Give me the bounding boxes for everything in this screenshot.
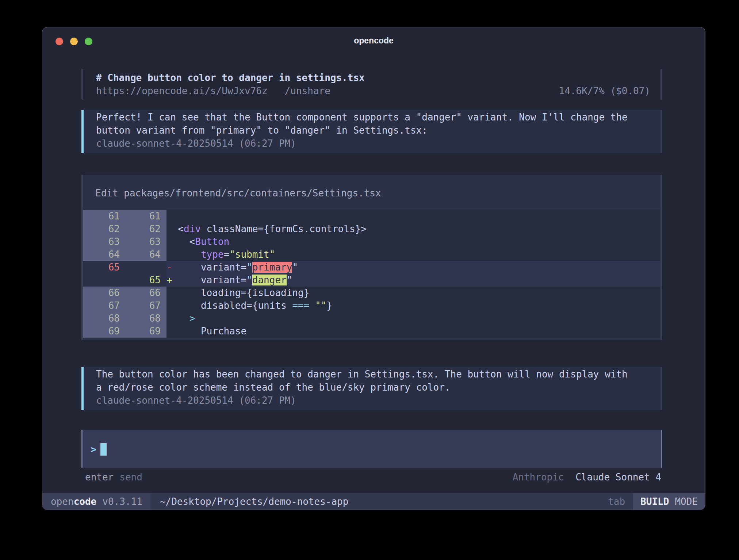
window-title: opencode xyxy=(42,34,705,47)
code-token: } xyxy=(326,300,332,311)
code-token: " xyxy=(246,275,252,285)
code-token xyxy=(166,249,201,260)
diff-old-lineno: 66 xyxy=(83,287,120,299)
working-directory: ~/Desktop/Projects/demo-notes-app xyxy=(160,496,349,507)
diff-row: 6161 xyxy=(83,210,660,223)
code-token: " xyxy=(292,262,298,273)
diff-gutter-pad xyxy=(161,287,166,299)
diff-gutter-pad xyxy=(161,223,166,235)
diff-code-line: - variant="primary" xyxy=(166,261,660,274)
code-token: loading={isLoading} xyxy=(166,287,309,298)
diff-code-line: + variant="danger" xyxy=(166,274,660,287)
diff-row: 6464 type="submit" xyxy=(83,248,660,261)
diff-new-lineno: 66 xyxy=(120,287,161,299)
diff-old-lineno: 61 xyxy=(83,210,120,223)
unshare-command[interactable]: /unshare xyxy=(285,84,330,97)
code-token: = xyxy=(224,249,230,260)
diff-old-lineno: 68 xyxy=(83,312,120,325)
diff-new-lineno: 68 xyxy=(120,312,161,325)
message-text: The button color has been changed to dan… xyxy=(96,368,653,381)
edit-tool-title: Edit packages/frontend/src/containers/Se… xyxy=(83,175,660,210)
diff-old-lineno: 62 xyxy=(83,223,120,235)
status-bar: opencode v0.3.11 ~/Desktop/Projects/demo… xyxy=(42,493,705,510)
diff-old-lineno: 64 xyxy=(83,248,120,261)
titlebar: opencode xyxy=(42,27,705,53)
code-token: primary xyxy=(252,262,292,273)
opencode-window: opencode # Change button color to danger… xyxy=(42,27,705,510)
assistant-message: Perfect! I can see that the Button compo… xyxy=(81,110,662,153)
diff-new-lineno: 67 xyxy=(120,299,161,312)
diff-gutter-pad xyxy=(161,261,166,274)
diff-old-lineno: 65 xyxy=(83,261,120,274)
code-token: variant= xyxy=(172,262,247,273)
diff-gutter-pad xyxy=(161,274,166,287)
diff-row: 6363 <Button xyxy=(83,235,660,248)
diff-row: 6969 Purchase xyxy=(83,325,660,338)
message-model-meta: claude-sonnet-4-20250514 (06:27 PM) xyxy=(96,137,653,150)
diff-code-line xyxy=(166,210,660,223)
diff-new-lineno: 69 xyxy=(120,325,161,338)
input-footer: enter send Anthropic Claude Sonnet 4 xyxy=(81,471,662,484)
diff-code-line: <div className={formCs.controls}> xyxy=(166,223,660,235)
brand-name: open xyxy=(51,496,74,507)
diff-code-line: Purchase xyxy=(166,325,660,338)
diff-new-lineno: 61 xyxy=(120,210,161,223)
diff-gutter-pad xyxy=(161,210,166,223)
prompt-chevron: > xyxy=(91,443,96,456)
mode-segment[interactable]: BUILD MODE xyxy=(633,493,705,510)
code-token: type xyxy=(201,249,224,260)
diff-code-line: type="submit" xyxy=(166,248,660,261)
diff-gutter-pad xyxy=(161,235,166,248)
code-token: disabled={units xyxy=(166,300,292,311)
tab-key-hint: tab xyxy=(608,496,625,507)
diff-gutter-pad xyxy=(161,299,166,312)
mode-label: MODE xyxy=(675,496,698,507)
code-token: " xyxy=(287,275,292,285)
prompt-input[interactable]: > xyxy=(81,430,662,468)
share-url-link[interactable]: https://opencode.ai/s/UwJxv76z xyxy=(96,84,268,97)
diff-row: 6666 loading={isLoading} xyxy=(83,287,660,299)
code-token: - xyxy=(166,262,172,273)
diff-new-lineno: 63 xyxy=(120,235,161,248)
app-version: v0.3.11 xyxy=(102,496,142,507)
token-usage-stats: 14.6K/7% ($0.07) xyxy=(559,84,650,97)
text-cursor xyxy=(100,443,107,456)
diff-code-line: disabled={units === ""} xyxy=(166,299,660,312)
diff-old-lineno xyxy=(83,274,120,287)
diff-row: 6767 disabled={units === ""} xyxy=(83,299,660,312)
code-token: "" xyxy=(315,300,326,311)
code-token: < xyxy=(166,236,195,247)
diff-new-lineno: 65 xyxy=(120,274,161,287)
session-subline: https://opencode.ai/s/UwJxv76z /unshare … xyxy=(96,84,650,97)
enter-key-hint: enter xyxy=(85,471,114,484)
code-token: > xyxy=(189,313,195,324)
diff-row: 65- variant="primary" xyxy=(83,261,660,274)
diff-new-lineno xyxy=(120,261,161,274)
code-token: === xyxy=(292,300,309,311)
code-token: variant= xyxy=(172,275,247,285)
diff-old-lineno: 67 xyxy=(83,299,120,312)
message-text: button variant from "primary" to "danger… xyxy=(96,124,653,137)
code-token: div xyxy=(184,223,201,234)
message-model-meta: claude-sonnet-4-20250514 (06:27 PM) xyxy=(96,394,653,407)
diff-code-line: > xyxy=(166,312,660,325)
diff-row: 65+ variant="danger" xyxy=(83,274,660,287)
diff-gutter-pad xyxy=(161,312,166,325)
diff-new-lineno: 62 xyxy=(120,223,161,235)
mode-name: BUILD xyxy=(640,496,669,507)
diff-old-lineno: 63 xyxy=(83,235,120,248)
diff-new-lineno: 64 xyxy=(120,248,161,261)
provider-label: Anthropic xyxy=(513,472,564,483)
diff-row: 6262 <div className={formCs.controls}> xyxy=(83,223,660,235)
diff-view: 61616262 <div className={formCs.controls… xyxy=(83,210,660,338)
code-token: < xyxy=(166,223,184,234)
diff-code-line: <Button xyxy=(166,235,660,248)
diff-code-line: loading={isLoading} xyxy=(166,287,660,299)
code-token: Button xyxy=(195,236,229,247)
message-text: a red/rose color scheme instead of the b… xyxy=(96,381,653,394)
code-token: + xyxy=(166,275,172,285)
code-token: Purchase xyxy=(166,326,246,337)
brand-name-bold: code xyxy=(74,496,97,507)
code-token: "submit" xyxy=(229,249,275,260)
assistant-message: The button color has been changed to dan… xyxy=(81,367,662,410)
